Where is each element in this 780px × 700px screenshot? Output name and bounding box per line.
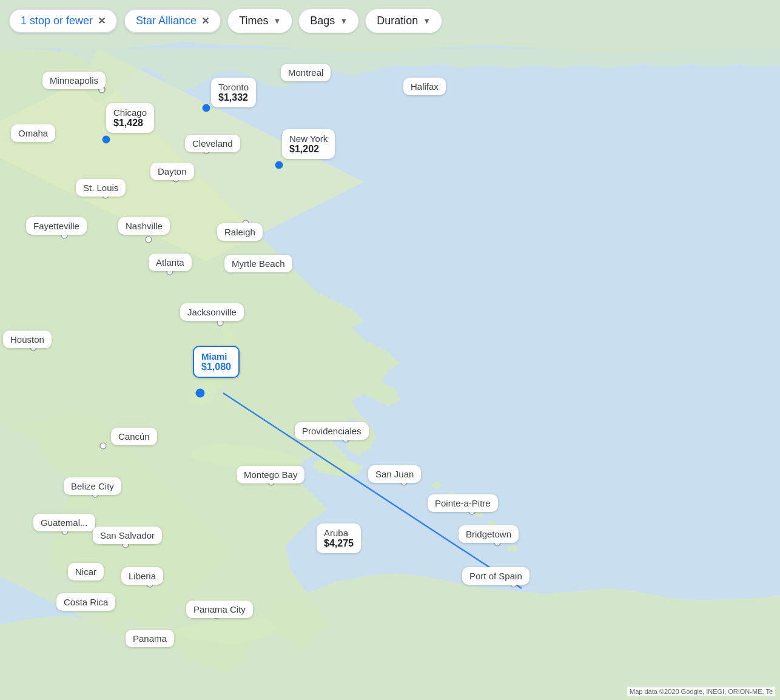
city-name-sanjuan: San Juan [375, 469, 414, 479]
stops-filter-close[interactable]: ✕ [98, 15, 106, 27]
city-label-chicago[interactable]: Chicago $1,428 [106, 103, 154, 133]
svg-point-1 [432, 482, 442, 488]
filter-bar: 1 stop or fewer ✕ Star Alliance ✕ Times … [8, 8, 442, 33]
city-label-omaha[interactable]: Omaha [11, 124, 55, 142]
city-price-chicago: $1,428 [113, 118, 147, 129]
city-name-cancun: Cancún [118, 431, 150, 442]
city-label-montegobay[interactable]: Montego Bay [237, 466, 304, 483]
city-price-aruba: $4,275 [324, 538, 354, 549]
times-filter-dropdown[interactable]: Times ▼ [227, 8, 292, 33]
alliance-filter-close[interactable]: ✕ [201, 15, 209, 27]
duration-filter-label: Duration [377, 15, 418, 27]
city-name-belizecity: Belize City [71, 481, 114, 491]
city-label-sanjuan[interactable]: San Juan [368, 465, 421, 483]
bags-filter-label: Bags [310, 15, 335, 27]
city-name-costarica: Costa Rica [64, 597, 108, 607]
city-label-myrtlebeach[interactable]: Myrtle Beach [224, 255, 292, 272]
alliance-filter-chip[interactable]: Star Alliance ✕ [124, 8, 221, 33]
city-label-liberia[interactable]: Liberia [121, 567, 163, 585]
city-name-miami: Miami [201, 351, 227, 362]
city-name-cleveland: Cleveland [192, 138, 233, 149]
city-label-montreal[interactable]: Montreal [281, 64, 331, 81]
city-label-cancun[interactable]: Cancún [111, 428, 157, 445]
city-name-houston: Houston [10, 334, 44, 345]
city-label-sansalvador[interactable]: San Salvador [93, 527, 162, 544]
svg-point-19 [146, 237, 152, 243]
city-label-houston[interactable]: Houston [3, 331, 52, 348]
city-name-raleigh: Raleigh [224, 227, 255, 237]
stops-filter-chip[interactable]: 1 stop or fewer ✕ [8, 8, 118, 33]
city-price-toronto: $1,332 [218, 92, 249, 103]
city-name-minneapolis: Minneapolis [50, 75, 98, 86]
svg-point-16 [196, 389, 204, 397]
city-label-nicaragua[interactable]: Nicar [68, 563, 104, 581]
duration-filter-dropdown[interactable]: Duration ▼ [365, 8, 442, 33]
city-label-dayton[interactable]: Dayton [150, 163, 194, 180]
city-name-dayton: Dayton [158, 166, 187, 177]
stops-filter-label: 1 stop or fewer [21, 15, 93, 27]
city-label-costarica[interactable]: Costa Rica [56, 593, 115, 611]
city-name-sansalvador: San Salvador [100, 530, 155, 540]
city-label-halifax[interactable]: Halifax [403, 78, 446, 95]
city-name-montegobay: Montego Bay [244, 469, 297, 480]
city-name-liberia: Liberia [129, 571, 156, 581]
city-price-newyork: $1,202 [289, 144, 328, 155]
city-name-omaha: Omaha [18, 128, 48, 138]
svg-point-4 [475, 512, 483, 517]
city-label-pointeapitre[interactable]: Pointe-a-Pitre [428, 494, 498, 512]
city-label-panama[interactable]: Panama [126, 630, 174, 647]
city-name-portofspain: Port of Spain [469, 571, 522, 581]
duration-dropdown-arrow: ▼ [423, 16, 431, 25]
city-label-providenciales[interactable]: Providenciales [295, 422, 369, 440]
svg-point-13 [203, 104, 210, 112]
city-label-portofspain[interactable]: Port of Spain [462, 567, 530, 585]
city-label-guatemala[interactable]: Guatemal... [33, 514, 95, 531]
city-name-atlanta: Atlanta [156, 257, 184, 268]
city-label-fayetteville[interactable]: Fayetteville [26, 217, 87, 235]
city-label-panamacity[interactable]: Panama City [186, 601, 253, 618]
city-name-nashville: Nashville [126, 221, 163, 231]
city-label-newyork[interactable]: New York $1,202 [282, 129, 335, 159]
city-name-panama: Panama [133, 633, 167, 644]
city-name-montreal: Montreal [288, 67, 323, 78]
city-name-guatemala: Guatemal... [41, 517, 88, 528]
city-name-myrtlebeach: Myrtle Beach [232, 258, 285, 269]
city-name-toronto: Toronto [218, 82, 249, 92]
svg-point-14 [275, 161, 283, 169]
city-name-aruba: Aruba [324, 528, 348, 538]
city-label-bridgetown[interactable]: Bridgetown [459, 525, 519, 543]
city-name-panamacity: Panama City [193, 604, 246, 614]
city-name-fayetteville: Fayetteville [33, 221, 79, 231]
city-label-nashville[interactable]: Nashville [118, 217, 170, 235]
city-label-stlouis[interactable]: St. Louis [76, 179, 126, 197]
city-name-jacksonville: Jacksonville [187, 307, 237, 317]
alliance-filter-label: Star Alliance [136, 15, 197, 27]
times-dropdown-arrow: ▼ [273, 16, 281, 25]
city-price-miami: $1,080 [201, 362, 231, 372]
city-name-chicago: Chicago [113, 107, 147, 118]
city-name-stlouis: St. Louis [83, 183, 118, 193]
city-label-atlanta[interactable]: Atlanta [149, 254, 192, 271]
city-label-miami[interactable]: Miami $1,080 [193, 346, 240, 378]
city-label-aruba[interactable]: Aruba $4,275 [317, 523, 361, 553]
bags-filter-dropdown[interactable]: Bags ▼ [298, 8, 359, 33]
city-name-halifax: Halifax [411, 81, 439, 92]
city-label-raleigh[interactable]: Raleigh [217, 223, 263, 241]
city-name-bridgetown: Bridgetown [466, 529, 511, 539]
city-name-providenciales: Providenciales [302, 426, 361, 436]
bags-dropdown-arrow: ▼ [340, 16, 348, 25]
map-attribution: Map data ©2020 Google, INEGI, ORION-ME, … [627, 687, 775, 696]
city-label-toronto[interactable]: Toronto $1,332 [211, 78, 256, 107]
city-label-jacksonville[interactable]: Jacksonville [180, 303, 244, 321]
city-name-pointeapitre: Pointe-a-Pitre [435, 498, 491, 508]
times-filter-label: Times [239, 15, 268, 27]
city-name-nicaragua: Nicar [75, 567, 96, 577]
svg-point-23 [100, 443, 106, 449]
city-name-newyork: New York [289, 133, 328, 144]
city-label-belizecity[interactable]: Belize City [64, 477, 121, 495]
svg-point-15 [103, 136, 110, 143]
city-label-minneapolis[interactable]: Minneapolis [42, 72, 106, 89]
svg-point-7 [508, 545, 517, 551]
city-label-cleveland[interactable]: Cleveland [185, 135, 240, 152]
